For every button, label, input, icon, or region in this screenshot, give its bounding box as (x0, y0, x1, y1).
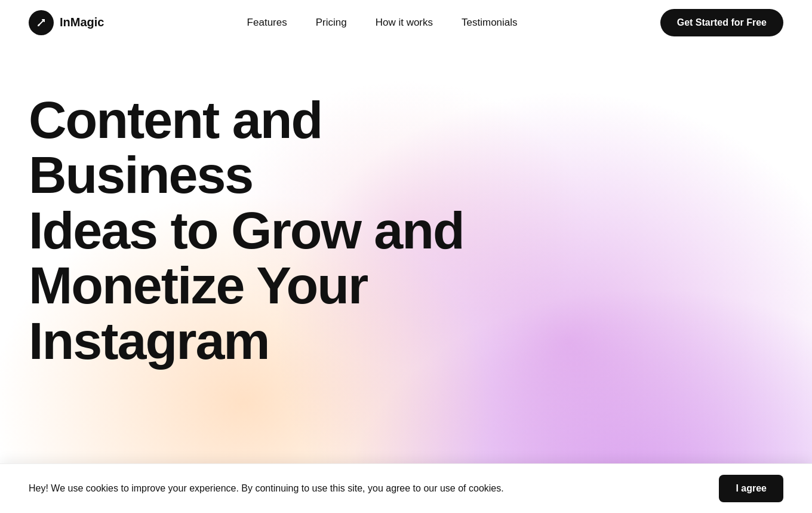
nav-pricing[interactable]: Pricing (316, 17, 347, 28)
cookie-banner: Hey! We use cookies to improve your expe… (0, 463, 812, 513)
hero-heading-line2: Ideas to Grow and (29, 201, 464, 260)
hero-content: Content and Business Ideas to Grow and M… (0, 45, 812, 513)
logo-icon (29, 10, 54, 35)
nav-features[interactable]: Features (247, 17, 287, 28)
nav-how-it-works[interactable]: How it works (376, 17, 433, 28)
nav-links: Features Pricing How it works Testimonia… (247, 17, 518, 29)
nav-cta-button[interactable]: Get Started for Free (660, 9, 783, 36)
hero-heading: Content and Business Ideas to Grow and M… (29, 93, 548, 368)
logo-link[interactable]: InMagic (29, 10, 104, 35)
hero-heading-line3: Monetize Your Instagram (29, 256, 367, 370)
nav-testimonials[interactable]: Testimonials (462, 17, 518, 28)
navbar: InMagic Features Pricing How it works Te… (0, 0, 812, 45)
brand-name: InMagic (60, 16, 104, 29)
svg-point-4 (38, 24, 40, 26)
hero-heading-line1: Content and Business (29, 90, 322, 204)
cookie-agree-button[interactable]: I agree (719, 475, 783, 502)
logo-svg (34, 16, 48, 30)
cookie-message: Hey! We use cookies to improve your expe… (29, 483, 700, 494)
hero-section: Content and Business Ideas to Grow and M… (0, 45, 812, 513)
